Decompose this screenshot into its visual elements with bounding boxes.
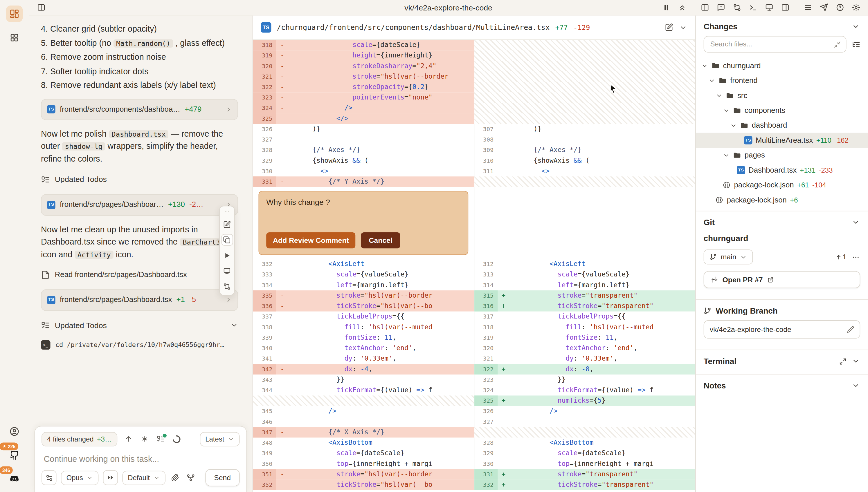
collapse-notes-button[interactable] <box>851 381 861 390</box>
diff-row: 336- tickStroke="hsl(var(--bo316+ tickSt… <box>253 301 695 311</box>
tree-folder-components[interactable]: components <box>696 103 868 118</box>
collapse-all-button[interactable] <box>678 3 686 12</box>
board-view-button[interactable] <box>6 29 23 46</box>
todos-item[interactable]: Updated Todos <box>41 174 238 186</box>
jump-to-top-button[interactable] <box>124 435 134 444</box>
git-branch-icon <box>704 307 711 315</box>
file-tree-view-button[interactable] <box>851 40 861 49</box>
open-preview-button[interactable] <box>221 265 233 276</box>
chat-settings-button[interactable] <box>42 470 56 485</box>
line-number: 340 <box>253 343 276 353</box>
code-line: <AxisLeft <box>510 259 695 269</box>
expand-terminal-button[interactable] <box>838 357 847 366</box>
panel-right-icon <box>781 3 789 11</box>
file-change-chip[interactable]: TSfrontend/src/components/dashboa…+479 <box>41 99 238 120</box>
chevron-down-icon <box>701 63 708 69</box>
tree-file-package-lock.json[interactable]: package-lock.json+6 <box>696 193 868 207</box>
help-button[interactable] <box>835 3 844 12</box>
window-layout-button[interactable] <box>37 3 46 12</box>
add-review-comment-button[interactable]: Add Review Comment <box>266 232 355 248</box>
read-file-item[interactable]: Read frontend/src/pages/Dashboard.tsx <box>41 270 238 281</box>
toggle-right-panel-button[interactable] <box>781 3 790 12</box>
git-more-button[interactable] <box>851 252 861 262</box>
share-button[interactable] <box>819 3 828 12</box>
search-input[interactable] <box>709 40 830 49</box>
toggle-diff-view-button[interactable] <box>664 23 673 32</box>
code-line: <AxisBottom <box>510 438 695 448</box>
diff-cell-left: 330 <> <box>253 166 474 176</box>
collapse-all-icon[interactable] <box>834 41 841 48</box>
copy-button[interactable] <box>221 234 233 246</box>
message-input[interactable] <box>43 454 239 464</box>
diff-marker <box>497 448 510 459</box>
send-button[interactable]: Send <box>205 469 240 486</box>
version-dropdown[interactable]: Latest <box>200 432 239 446</box>
tree-file-Dashboard.tsx[interactable]: TSDashboard.tsx+131-233 <box>696 163 868 177</box>
chevron-down-icon <box>723 107 729 114</box>
line-number: 307 <box>474 124 497 134</box>
run-button[interactable] <box>221 249 233 261</box>
branch-dropdown[interactable]: main <box>704 249 753 264</box>
account-button[interactable] <box>6 423 23 440</box>
tree-folder-pages[interactable]: pages <box>696 148 868 163</box>
asterisk-button[interactable] <box>141 435 149 444</box>
tree-folder-frontend[interactable]: frontend <box>696 73 868 88</box>
git-section-header[interactable]: Git <box>696 211 868 232</box>
line-number: 326 <box>474 406 497 417</box>
todos-item[interactable]: Updated Todos <box>41 319 238 331</box>
diff-view-button[interactable] <box>732 3 742 12</box>
todos-toggle-button[interactable] <box>157 435 165 444</box>
files-changed-button[interactable]: 4 files changed +3… <box>42 432 117 446</box>
attach-button[interactable] <box>169 472 181 483</box>
github-link: 22k <box>6 447 23 464</box>
review-comment-input[interactable]: Why this change ? <box>266 198 460 206</box>
file-change-chip[interactable]: TSfrontend/src/pages/Dashboard.tsx+1-5 <box>41 290 238 311</box>
chevron-down-icon <box>228 436 234 443</box>
code-line: stroke="hsl(var(--border <box>288 71 473 82</box>
tree-file-MultiLineArea.tsx[interactable]: TSMultiLineArea.tsx+110-162 <box>696 133 868 148</box>
terminal-section-header[interactable]: Terminal <box>696 350 868 371</box>
preview-view-button[interactable] <box>765 3 773 12</box>
mode-dropdown[interactable]: Default <box>122 470 165 485</box>
tree-folder-churnguard[interactable]: churnguard <box>696 58 868 73</box>
collapse-file-button[interactable] <box>679 23 688 32</box>
connections-button[interactable] <box>185 472 196 483</box>
diff-cell-right: 325+ numTicks={5} <box>474 395 695 406</box>
terminal-command-item[interactable]: >_cd /private/var/folders/10/h7w0q46556g… <box>41 340 238 349</box>
changes-section-header[interactable]: Changes <box>696 16 868 36</box>
drag-handle-icon[interactable] <box>223 209 231 215</box>
tree-folder-src[interactable]: src <box>696 88 868 103</box>
diff-panel: TS /churnguard/frontend/src/components/d… <box>253 16 696 492</box>
model-dropdown[interactable]: Opus <box>61 470 98 485</box>
toggle-left-panel-button[interactable] <box>700 3 709 12</box>
diff-row: 320- strokeDasharray="2,4" <box>253 61 695 71</box>
file-change-chip[interactable]: TSfrontend/src/pages/Dashboar…+130-2… <box>41 194 238 216</box>
open-pr-button[interactable]: Open PR #7 <box>704 271 861 288</box>
diff-cell-right: 326 /> <box>474 406 695 417</box>
add-review-comment-button[interactable] <box>221 218 233 230</box>
settings-button[interactable] <box>851 3 861 12</box>
mode-label: Default <box>128 474 150 482</box>
pause-agent-button[interactable] <box>662 3 671 12</box>
comments-button[interactable] <box>717 3 725 12</box>
working-branch-input[interactable]: vk/4e2a-explore-the-code <box>704 320 861 339</box>
typescript-file-icon: TS <box>47 296 55 304</box>
pencil-icon[interactable] <box>847 326 854 333</box>
notes-section-header[interactable]: Notes <box>696 374 868 395</box>
diff-marker <box>276 166 288 176</box>
review-comment-box[interactable]: Why this change ?Add Review CommentCance… <box>259 191 468 255</box>
compare-button[interactable] <box>221 280 233 292</box>
tree-file-package-lock.json[interactable]: package-lock.json+61-104 <box>696 177 868 192</box>
line-number: 352 <box>253 479 276 490</box>
collapse-changes-button[interactable] <box>851 22 861 31</box>
menu-button[interactable] <box>803 3 812 12</box>
collapse-git-button[interactable] <box>851 218 861 227</box>
cancel-button[interactable]: Cancel <box>361 232 400 248</box>
collapse-terminal-button[interactable] <box>851 357 861 366</box>
workspace-tab-button[interactable] <box>6 5 23 22</box>
terminal-view-button[interactable] <box>748 3 757 12</box>
tree-folder-dashboard[interactable]: dashboard <box>696 118 868 132</box>
diff-cell-right: 307 )} <box>474 124 695 134</box>
auto-accept-button[interactable] <box>103 470 118 485</box>
dashboard-icon <box>9 9 19 19</box>
